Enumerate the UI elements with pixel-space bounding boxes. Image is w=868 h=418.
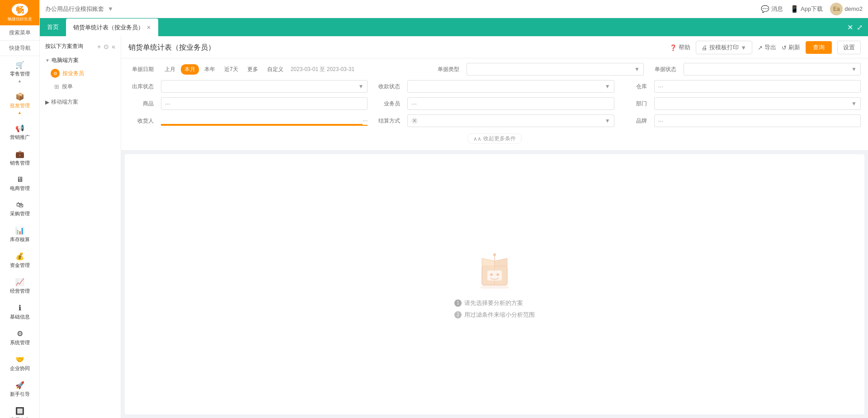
goods-select[interactable]: ··· bbox=[161, 97, 368, 110]
settings-button[interactable]: 设置 bbox=[837, 41, 861, 54]
payment-clear-icon[interactable]: ✕ bbox=[411, 118, 418, 124]
consignee-control: ··· bbox=[161, 116, 368, 126]
sidebar-item-newbie[interactable]: 🚀 新手引导 bbox=[0, 376, 39, 402]
left-panel: 按以下方案查询 + ⊙ « ▼ 电脑端方案 ⚙ 按业务员 bbox=[40, 36, 121, 418]
date-btn-current-year[interactable]: 本年 bbox=[201, 64, 219, 75]
pc-scheme-label[interactable]: ▼ 电脑端方案 bbox=[40, 55, 121, 66]
topbar-dropdown-arrow[interactable]: ▼ bbox=[108, 5, 113, 12]
scheme-item-salesperson[interactable]: ⚙ 按业务员 bbox=[40, 66, 121, 81]
query-button[interactable]: 查询 bbox=[806, 41, 832, 54]
date-btn-current-month[interactable]: 本月 bbox=[181, 64, 199, 75]
sidebar-item-appcenter[interactable]: 🔲 应用中心 bbox=[0, 402, 39, 418]
scheme-item-byorder[interactable]: ⊞ 按单 bbox=[40, 81, 121, 93]
inventory-icon: 📊 bbox=[15, 226, 24, 235]
print-icon: 🖨 bbox=[702, 44, 708, 51]
export-button[interactable]: ↗ 导出 bbox=[758, 43, 776, 52]
operations-icon: 📈 bbox=[15, 278, 24, 286]
out-status-select[interactable]: ▼ bbox=[161, 80, 368, 93]
salesperson-select[interactable]: ··· bbox=[407, 97, 614, 110]
sidebar-item-marketing[interactable]: 📢 营销推广 bbox=[0, 119, 39, 145]
brand-select[interactable]: ··· bbox=[654, 114, 861, 127]
doc-type-select[interactable]: ▼ bbox=[467, 63, 644, 76]
sidebar-item-finance[interactable]: 💰 资金管理 bbox=[0, 247, 39, 273]
help-button[interactable]: ❓ 帮助 bbox=[670, 43, 690, 52]
doc-status-arrow: ▼ bbox=[851, 66, 857, 72]
receipt-status-select[interactable]: ▼ bbox=[407, 80, 614, 93]
tab-close-window-icon[interactable]: ✕ bbox=[847, 23, 853, 32]
sidebar-item-operations[interactable]: 📈 经营管理 bbox=[0, 273, 39, 299]
tab-expand-controls: ✕ ⤢ bbox=[842, 23, 868, 32]
tab-close-button[interactable]: ✕ bbox=[146, 24, 151, 31]
consignee-dots[interactable]: ··· bbox=[363, 117, 368, 124]
sidebar-item-basic[interactable]: ℹ 基础信息 bbox=[0, 299, 39, 325]
date-btn-7days[interactable]: 近7天 bbox=[221, 64, 242, 75]
collapse-row: ∧∧ 收起更多条件 bbox=[128, 132, 861, 146]
pc-scheme-arrow: ▼ bbox=[45, 58, 50, 63]
empty-step-1: 1 请先选择要分析的方案 bbox=[454, 297, 535, 309]
step-1-num: 1 bbox=[454, 299, 462, 307]
collapse-panel-icon[interactable]: « bbox=[112, 43, 115, 50]
sidebar-item-finance-label: 资金管理 bbox=[10, 262, 30, 269]
edit-scheme-icon[interactable]: ⊙ bbox=[104, 43, 109, 50]
help-icon: ❓ bbox=[670, 44, 677, 51]
basic-icon: ℹ bbox=[19, 304, 21, 312]
doc-status-control: ▼ bbox=[684, 63, 861, 76]
dept-label: 部门 bbox=[622, 100, 647, 108]
app-download-button[interactable]: 📱 App下载 bbox=[790, 5, 823, 13]
add-scheme-icon[interactable]: + bbox=[97, 43, 101, 50]
wholesale-arrow: ▲ bbox=[18, 110, 22, 115]
doc-status-select[interactable]: ▼ bbox=[684, 63, 861, 76]
svg-point-5 bbox=[490, 273, 493, 276]
out-status-control: ▼ bbox=[161, 80, 368, 93]
sidebar-item-enterprise[interactable]: 🤝 企业协同 bbox=[0, 351, 39, 376]
main-area: 办公用品行业模拟账套 ▼ 💬 消息 📱 App下载 Ea demo2 首页 销货… bbox=[40, 0, 868, 418]
page-actions: ❓ 帮助 🖨 按模板打印 ▼ ↗ 导出 ↺ 刷新 bbox=[670, 41, 861, 54]
collapse-button[interactable]: ∧∧ 收起更多条件 bbox=[467, 133, 522, 144]
page-header: 销货单统计表（按业务员） ❓ 帮助 🖨 按模板打印 ▼ ↗ 导出 bbox=[121, 36, 868, 58]
salesperson-label: 业务员 bbox=[375, 100, 400, 108]
sidebar-item-system-label: 系统管理 bbox=[10, 339, 30, 346]
user-profile[interactable]: Ea demo2 bbox=[830, 3, 863, 15]
sidebar-item-ecommerce[interactable]: 🖥 电商管理 bbox=[0, 171, 39, 196]
warehouse-select[interactable]: ··· bbox=[654, 80, 861, 93]
date-btn-more[interactable]: 更多 bbox=[244, 64, 262, 75]
payment-select[interactable]: ✕ ▼ bbox=[407, 114, 614, 127]
sidebar-item-retail-label: 零售管理 bbox=[10, 71, 30, 77]
tab-sales-stats[interactable]: 销货单统计表（按业务员） ✕ bbox=[66, 19, 158, 37]
template-print-button[interactable]: 🖨 按模板打印 ▼ bbox=[696, 41, 752, 54]
sidebar-item-system[interactable]: ⚙ 系统管理 bbox=[0, 325, 39, 351]
sidebar-item-inventory[interactable]: 📊 库存核算 bbox=[0, 222, 39, 247]
mobile-scheme-label[interactable]: ▶ 移动端方案 bbox=[40, 96, 121, 108]
message-button[interactable]: 💬 消息 bbox=[761, 5, 783, 13]
tab-maximize-icon[interactable]: ⤢ bbox=[857, 23, 863, 32]
step-2-num: 2 bbox=[454, 311, 462, 318]
brand-name: 畅捷信好生意 bbox=[8, 17, 32, 22]
empty-state: 1 请先选择要分析的方案 2 用过滤条件来缩小分析范围 bbox=[125, 154, 864, 414]
retail-arrow: ▲ bbox=[18, 79, 22, 83]
sidebar-item-sales[interactable]: 💼 销售管理 bbox=[0, 145, 39, 171]
tabbar: 首页 销货单统计表（按业务员） ✕ ✕ ⤢ bbox=[40, 18, 868, 36]
empty-step-2: 2 用过滤条件来缩小分析范围 bbox=[454, 309, 535, 321]
sidebar-item-sales-label: 销售管理 bbox=[10, 160, 30, 166]
payment-control: ✕ ▼ bbox=[407, 114, 614, 127]
sidebar-item-basic-label: 基础信息 bbox=[10, 314, 30, 320]
sidebar-item-wholesale[interactable]: 📦 批发管理 ▲ bbox=[0, 88, 39, 119]
topbar-right: 💬 消息 📱 App下载 Ea demo2 bbox=[761, 3, 863, 15]
sidebar-quick-nav[interactable]: 快捷导航 bbox=[0, 41, 39, 56]
pc-scheme-group: ▼ 电脑端方案 ⚙ 按业务员 ⊞ 按单 bbox=[40, 53, 121, 95]
sidebar-item-purchase[interactable]: 🛍 采购管理 bbox=[0, 196, 39, 222]
sidebar-item-retail[interactable]: 🛒 零售管理 ▲ bbox=[0, 56, 39, 88]
date-btn-last-month[interactable]: 上月 bbox=[161, 64, 179, 75]
page-title: 销货单统计表（按业务员） bbox=[128, 43, 215, 52]
byorder-label: 按单 bbox=[62, 83, 73, 90]
sidebar-item-ecommerce-label: 电商管理 bbox=[10, 185, 30, 192]
sidebar-search[interactable]: 搜索菜单 bbox=[0, 25, 39, 41]
date-filter: 上月 本月 本年 近7天 更多 自定义 2023-03-01 至 2023-03… bbox=[161, 64, 354, 75]
filter-row-3: 商品 ··· 业务员 ··· 部门 bbox=[128, 97, 861, 110]
dept-select[interactable]: ▼ bbox=[654, 97, 861, 110]
refresh-button[interactable]: ↺ 刷新 bbox=[782, 43, 800, 52]
filter-row-4: 收货人 ··· 结算方式 ✕ ▼ 品牌 bbox=[128, 114, 861, 127]
tab-home[interactable]: 首页 bbox=[40, 18, 66, 36]
date-btn-custom[interactable]: 自定义 bbox=[264, 64, 287, 75]
consignee-input[interactable] bbox=[161, 116, 363, 125]
